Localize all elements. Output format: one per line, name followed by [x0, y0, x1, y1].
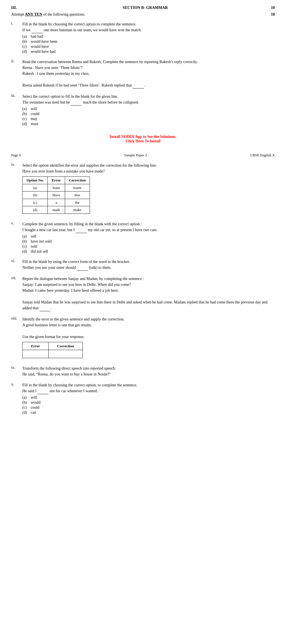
blank-vi	[77, 265, 88, 271]
q-text-iii: Select the correct option to fill in the…	[22, 94, 275, 106]
error-table-viii: Error Correction	[22, 342, 83, 358]
table-row: (d) made make	[23, 206, 90, 214]
section-header: III. SECTION B- GRAMMAR 10	[11, 6, 275, 10]
options-i: (a) had had (b) would have been (c) woul…	[22, 34, 275, 54]
th-option-no: Option No.	[23, 177, 48, 184]
option-iii-b: (b) could	[22, 112, 275, 116]
option-iii-a: (a) will	[22, 107, 275, 111]
q-num-i: i.	[11, 21, 19, 33]
question-x: x. Fill in the blank by choosing the cor…	[11, 382, 275, 415]
q-num-iv: iv.	[11, 162, 19, 216]
blank-iii	[71, 99, 82, 106]
option-x-d: (d) can	[22, 410, 275, 415]
option-i-b: (b) would have been	[22, 39, 275, 44]
th-correction-viii: Correction	[49, 342, 82, 350]
question-ii: ii. Read the conversation between Reena …	[11, 59, 275, 88]
q-text-v: Complete the given sentence, by filling …	[22, 221, 275, 233]
option-v-d: (d) did not sell	[22, 249, 275, 254]
footer-right: CBSE English X	[250, 153, 275, 157]
question-ix: ix. Transform the following direct speec…	[11, 365, 275, 377]
attempt-underline: ANY TEN	[25, 12, 42, 16]
install-box[interactable]: Install NODIA App to See the Solutions. …	[11, 135, 275, 143]
q-text-iv: Select the option identifies the error a…	[22, 162, 275, 216]
options-v: (a) sell (b) have not sold (c) sold (d) …	[22, 234, 275, 254]
q-text-i: Fill in the blank by choosing the correc…	[22, 21, 275, 33]
attempt-line: Attempt ANY TEN of the following questio…	[11, 12, 275, 17]
table-row	[23, 350, 83, 358]
section-title: SECTION B- GRAMMAR	[20, 6, 271, 10]
q-num-vii: vii.	[11, 276, 19, 311]
q-num-x: x.	[11, 382, 19, 394]
section-num: III.	[11, 6, 20, 10]
q-num-ix: ix.	[11, 365, 19, 377]
q-text-vii: Report the dialogue between Sanjay and M…	[22, 276, 275, 311]
question-i: i. Fill in the blank by choosing the cor…	[11, 21, 275, 54]
q-text-viii: Identify the error in the given sentence…	[22, 316, 275, 360]
option-i-c: (c) would have	[22, 44, 275, 49]
question-iii: iii. Select the correct option to fill i…	[11, 94, 275, 126]
option-i-a: (a) had had	[22, 34, 275, 39]
option-x-a: (a) will	[22, 395, 275, 400]
question-viii: viii. Identify the error in the given se…	[11, 316, 275, 360]
question-iv: iv. Select the option identifies the err…	[11, 162, 275, 216]
q-text-vi: Fill in the blank by using the correct f…	[22, 259, 275, 271]
q-text-x: Fill in the blank by choosing the correc…	[22, 382, 275, 394]
attempt-text: Attempt ANY TEN of the following questio…	[11, 12, 85, 17]
q-num-viii: viii.	[11, 316, 19, 360]
install-line2[interactable]: Click Here To Install	[11, 139, 275, 143]
section-marks: 10	[271, 6, 275, 10]
q-num-iii: iii.	[11, 94, 19, 106]
grammar-table-iv: Option No. Error Correction (a) learn le…	[22, 176, 90, 214]
blank-v	[76, 227, 87, 233]
table-row: (c) a the	[23, 199, 90, 206]
blank-x	[37, 388, 49, 394]
question-vii: vii. Report the dialogue between Sanjay …	[11, 276, 275, 311]
option-iii-d: (d) must	[22, 122, 275, 126]
footer-center: Sample Paper 2	[124, 153, 147, 157]
question-vi: vi. Fill in the blank by using the corre…	[11, 259, 275, 271]
install-line1[interactable]: Install NODIA App to See the Solutions.	[11, 135, 275, 139]
option-x-b: (b) would	[22, 400, 275, 405]
q-text-ix: Transform the following direct speech in…	[22, 365, 275, 377]
option-x-c: (c) could	[22, 405, 275, 410]
page-footer: Page 6 Sample Paper 2 CBSE English X	[11, 152, 275, 157]
th-correction: Correction	[65, 177, 90, 184]
attempt-marks: 10	[271, 12, 275, 17]
th-error: Error	[48, 177, 65, 184]
q-text-ii: Read the conversation between Reena and …	[22, 59, 275, 88]
option-i-d: (d) would have had	[22, 49, 275, 54]
table-row: (a) learn learnt	[23, 184, 90, 191]
q-num-vi: vi.	[11, 259, 19, 271]
question-v: v. Complete the given sentence, by filli…	[11, 221, 275, 254]
th-error-viii: Error	[23, 342, 49, 350]
q-num-v: v.	[11, 221, 19, 233]
option-iii-c: (c) may	[22, 117, 275, 121]
option-v-c: (c) sold	[22, 244, 275, 249]
options-x: (a) will (b) would (c) could (d) can	[22, 395, 275, 415]
footer-left: Page 6	[11, 153, 21, 157]
blank-vii	[39, 305, 51, 311]
option-v-b: (b) have not sold	[22, 239, 275, 244]
blank-ii	[133, 82, 144, 88]
table-row: (b) Have Has	[23, 191, 90, 199]
q-num-ii: ii.	[11, 59, 19, 88]
options-iii: (a) will (b) could (c) may (d) must	[22, 107, 275, 126]
blank-i	[32, 27, 43, 33]
option-v-a: (a) sell	[22, 234, 275, 239]
